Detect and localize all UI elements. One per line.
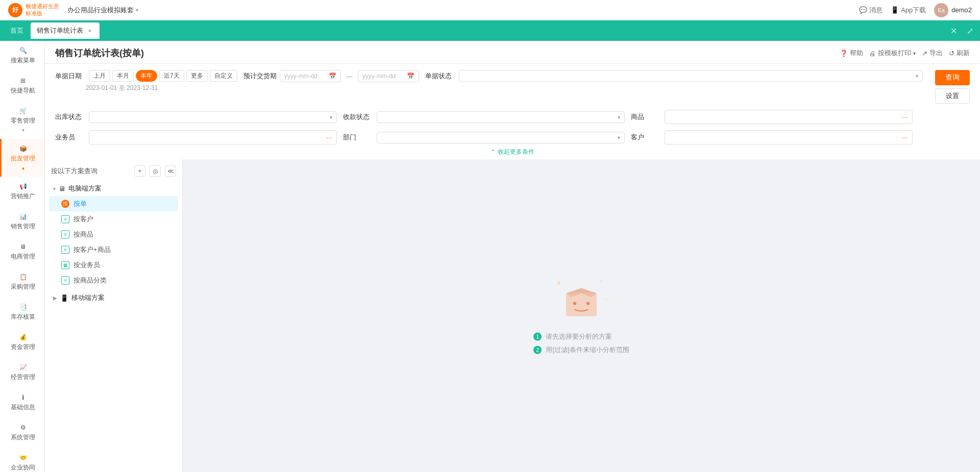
svg-text:✦: ✦ — [599, 278, 603, 284]
edit-scheme-button[interactable]: ◎ — [150, 166, 161, 177]
tree-item-by-order[interactable]: 按 按单 — [49, 196, 178, 211]
tab-minimize-button[interactable]: ✕ — [947, 25, 960, 37]
expected-date-from[interactable]: yyyy-mm-dd 📅 — [280, 70, 341, 82]
goods-more-icon: ··· — [902, 113, 908, 121]
template-print-button[interactable]: 🖨 按模板打印 ▾ — [869, 49, 916, 58]
left-panel-icons: + ◎ ≪ — [134, 166, 176, 177]
tab-active[interactable]: 销售订单统计表 × — [31, 22, 100, 39]
tab-expand-button[interactable]: ⤢ — [964, 25, 976, 37]
tree-item-by-customer-goods[interactable]: ≡ 按客户+商品 — [49, 242, 178, 257]
status-select[interactable]: ▾ — [459, 70, 923, 82]
goods-label: 商品 — [631, 112, 662, 122]
user-profile[interactable]: Ea demo2 — [934, 3, 972, 17]
date-btn-last-month[interactable]: 上月 — [89, 70, 110, 82]
date-label: 单据日期 — [55, 72, 86, 81]
hint-1: 1 请先选择要分析的方案 — [533, 332, 629, 341]
customer-label: 客户 — [631, 133, 662, 142]
tree-item-by-goods-category[interactable]: ≡ 按商品分类 — [49, 273, 178, 288]
sidebar-item-inventory[interactable]: 📑 库存核算 — [0, 297, 44, 327]
date-btn-this-year[interactable]: 本年 — [136, 70, 157, 82]
payment-group: 收款状态 ▾ — [343, 111, 625, 123]
date-btn-custom[interactable]: 自定义 — [210, 70, 237, 82]
sidebar-item-basic-info[interactable]: ℹ 基础信息 — [0, 388, 44, 418]
collapse-panel-button[interactable]: ≪ — [165, 166, 176, 177]
by-salesperson-icon: ▦ — [61, 261, 69, 269]
payment-select[interactable]: ▾ — [377, 111, 625, 123]
tab-home[interactable]: 首页 — [4, 22, 30, 39]
salesperson-select[interactable]: ··· — [89, 130, 337, 145]
body-area: 按以下方案查询 + ◎ ≪ ▾ 🖥 电脑端方案 — [45, 159, 980, 472]
tree-item-by-goods[interactable]: ≡ 按商品 — [49, 227, 178, 242]
sidebar-item-sales[interactable]: 📊 销售管理 — [0, 207, 44, 237]
tree-chevron-down-icon: ▾ — [53, 186, 56, 192]
payment-label: 收款状态 — [343, 112, 374, 122]
tab-close-button[interactable]: × — [86, 27, 93, 34]
export-button[interactable]: ↗ 导出 — [922, 49, 943, 58]
sidebar-item-retail[interactable]: 🛒 零售管理 ▾ — [0, 101, 44, 139]
export-icon: ↗ — [922, 50, 927, 57]
by-goods-category-icon: ≡ — [61, 276, 69, 285]
date-btn-7days[interactable]: 近7天 — [159, 70, 184, 82]
add-scheme-button[interactable]: + — [134, 166, 145, 177]
refresh-button[interactable]: ↺ 刷新 — [949, 49, 970, 58]
management-icon: 📈 — [19, 364, 27, 371]
sidebar-item-system[interactable]: ⚙ 系统管理 — [0, 418, 44, 448]
main-content-area: ✦ ✦ ✦ 1 请先选择要分析的方案 2 用[过滤]条件来缩小分析范围 — [183, 159, 980, 472]
goods-select[interactable]: ··· — [665, 110, 913, 124]
sales-icon: 📊 — [19, 213, 27, 220]
sidebar-item-ecommerce[interactable]: 🖥 电商管理 — [0, 237, 44, 267]
sidebar-item-purchase[interactable]: 📋 采购管理 — [0, 267, 44, 297]
filter-panel: 单据日期 上月 本月 本年 近7天 更多 自定义 2023-01-01 至 20… — [45, 64, 980, 159]
app-download-button[interactable]: 📱 App下载 — [891, 6, 926, 15]
customer-select[interactable]: ··· — [665, 130, 913, 145]
sidebar-item-management[interactable]: 📈 经营管理 — [0, 358, 44, 388]
sidebar-item-enterprise[interactable]: 🤝 企业协同 — [0, 448, 44, 472]
date-btn-this-month[interactable]: 本月 — [112, 70, 134, 82]
message-button[interactable]: 💬 消息 — [859, 6, 883, 15]
hint-2: 2 用[过滤]条件来缩小分析范围 — [533, 345, 629, 355]
by-customer-goods-icon: ≡ — [61, 246, 69, 254]
retail-icon: 🛒 — [19, 107, 27, 114]
marketing-icon: 📢 — [19, 183, 27, 190]
expected-date-to[interactable]: yyyy-mm-dd 📅 — [358, 70, 419, 82]
date-btn-more[interactable]: 更多 — [186, 70, 208, 82]
right-action-buttons: 查询 设置 — [929, 70, 970, 104]
tree-group-mobile[interactable]: ▶ 📱 移动端方案 — [49, 290, 178, 305]
query-button[interactable]: 查询 — [935, 70, 970, 85]
grid-icon: ⊞ — [20, 77, 26, 84]
outbound-select[interactable]: ▾ — [89, 111, 337, 123]
salesperson-group: 业务员 ··· — [55, 130, 337, 145]
sidebar-item-search[interactable]: 🔍 搜索菜单 — [0, 41, 44, 71]
status-group: 单据状态 ▾ — [425, 70, 923, 82]
date-filter-top: 单据日期 上月 本月 本年 近7天 更多 自定义 — [55, 70, 237, 82]
avatar: Ea — [934, 3, 948, 17]
sidebar-item-finance[interactable]: 💰 资金管理 — [0, 327, 44, 358]
sidebar-item-wholesale[interactable]: 📦 批发管理 ▴ — [0, 139, 44, 177]
help-button[interactable]: ❓ 帮助 — [840, 49, 863, 58]
tree-item-by-customer[interactable]: ≡ 按客户 — [49, 211, 178, 227]
outbound-label: 出库状态 — [55, 112, 86, 122]
collapse-bar[interactable]: ⌃ 收起更多条件 — [45, 145, 980, 159]
inventory-icon: 📑 — [19, 303, 27, 311]
workspace-selector[interactable]: 办公用品行业模拟账套 ▾ — [63, 4, 142, 17]
logo-text: 畅捷通好生意 标准版 — [26, 3, 59, 16]
sidebar-item-quick-nav[interactable]: ⊞ 快捷导航 — [0, 71, 44, 101]
expected-date-group: 预计交货期 yyyy-mm-dd 📅 — yyyy-mm-dd 📅 — [243, 70, 419, 82]
date-range-display: 2023-01-01 至 2023-12-31 — [55, 84, 237, 92]
calendar-icon-to: 📅 — [407, 73, 414, 80]
enterprise-icon: 🤝 — [19, 454, 27, 461]
tree-group-desktop[interactable]: ▾ 🖥 电脑端方案 — [49, 181, 178, 196]
page-header: 销售订单统计表(按单) ❓ 帮助 🖨 按模板打印 ▾ ↗ 导出 ↺ 刷新 — [45, 41, 980, 64]
tree-item-by-salesperson[interactable]: ▦ 按业务员 — [49, 257, 178, 273]
empty-state: ✦ ✦ ✦ 1 请先选择要分析的方案 2 用[过滤]条件来缩小分析范围 — [533, 273, 629, 359]
tree-chevron-right-icon: ▶ — [53, 295, 57, 301]
logo-area: 好 畅捷通好生意 标准版 — [8, 3, 59, 17]
outbound-group: 出库状态 ▾ — [55, 111, 337, 123]
status-label: 单据状态 — [425, 72, 456, 81]
settings-button[interactable]: 设置 — [935, 88, 970, 104]
sidebar-item-marketing[interactable]: 📢 营销推广 — [0, 177, 44, 207]
sidebar: 🔍 搜索菜单 ⊞ 快捷导航 🛒 零售管理 ▾ 📦 批发管理 ▴ 📢 营销推广 📊… — [0, 41, 45, 472]
department-select[interactable]: ▾ — [377, 132, 625, 144]
settings-icon: ⚙ — [20, 424, 26, 431]
left-panel-header: 按以下方案查询 + ◎ ≪ — [45, 166, 182, 181]
